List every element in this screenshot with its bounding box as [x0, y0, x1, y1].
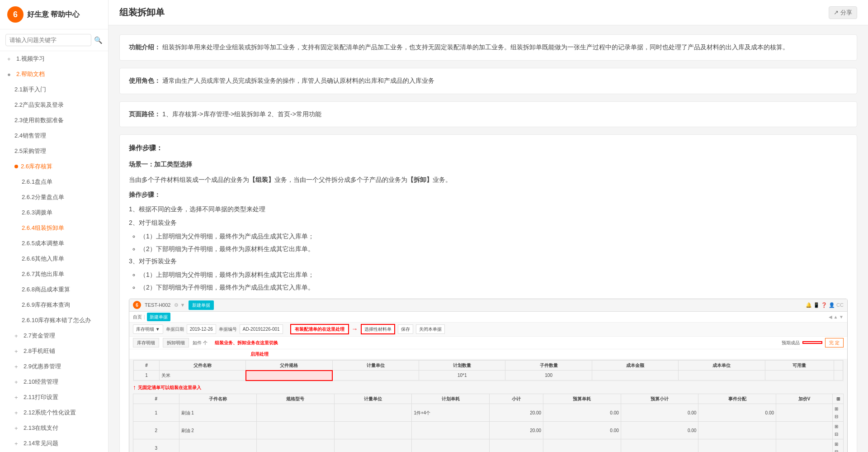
- mock-nav-sep: |: [144, 313, 145, 321]
- col-sub-qty: 子件数量: [505, 360, 592, 371]
- cell2-sub-2: 20.00: [490, 422, 543, 439]
- sidebar-item-2-13[interactable]: + 2.13在线支付: [0, 420, 108, 436]
- main-area: 组装拆卸单 ↗ 分享 功能介绍： 组装拆卸单用来处理企业组装或拆卸等加工业务，支…: [108, 0, 868, 452]
- cell-action: [834, 371, 843, 381]
- cell2-markup-3: [776, 439, 833, 452]
- sidebar-item-2-6-10[interactable]: 2.6.10库存账本错了怎么办: [0, 313, 108, 328]
- mock-finish-input: [802, 341, 822, 344]
- cell2-name-3: [179, 439, 257, 452]
- mock-tabs: 库存明细: [133, 338, 159, 347]
- mock-nav-home: 自页: [133, 313, 142, 321]
- sidebar-item-label: 2.11打印设置: [24, 393, 58, 401]
- mock-num-value: AD-20191226-001: [240, 324, 283, 334]
- sidebar-item-label: 2.3使用前数据准备: [14, 116, 64, 124]
- sidebar-item-2-6-5[interactable]: 2.6.5成本调整单: [0, 236, 108, 251]
- cell2-action-3: ⊞ ⊟: [833, 439, 844, 452]
- cell2-assign-3: [698, 439, 776, 452]
- plus-icon: +: [14, 363, 21, 370]
- cell2-budget: 0.00: [543, 404, 621, 422]
- sidebar-item-label: 2.14常见问题: [24, 439, 58, 447]
- table-row: 3 ⊞ ⊟: [133, 439, 844, 452]
- share-button[interactable]: ↗ 分享: [829, 6, 857, 19]
- sidebar-item-2-12[interactable]: + 2.12系统个性化设置: [0, 405, 108, 420]
- cell2-unit: [334, 404, 412, 422]
- sidebar-item-2-6-7[interactable]: 2.6.7其他出库单: [0, 266, 108, 282]
- sidebar-item-2-6-2[interactable]: 2.6.2分量盘点单: [0, 190, 108, 205]
- arrow-right-icon: →: [352, 324, 358, 335]
- sidebar-item-2-6-3[interactable]: 2.6.3调拨单: [0, 205, 108, 220]
- sidebar-item-label: 2.6.5成本调整单: [22, 239, 64, 247]
- plus-icon: +: [14, 394, 21, 401]
- nav-section: + 1.视频学习 ● 2.帮助文档 2.1新手入门 2.2产品安装及登录 2.3…: [0, 51, 108, 452]
- col-name: 父件名称: [159, 360, 245, 371]
- sidebar-item-2-6-4[interactable]: 2.6.4组装拆卸单: [0, 220, 108, 236]
- col2-num: #: [133, 394, 179, 404]
- sidebar-item-2-14[interactable]: + 2.14常见问题: [0, 436, 108, 451]
- plus-icon: +: [14, 348, 21, 355]
- col-plan: 计划数量: [419, 360, 505, 371]
- col2-plan: 计划单耗: [412, 394, 490, 404]
- col2-budget: 预算单耗: [543, 394, 621, 404]
- col2-sub: 小计: [490, 394, 543, 404]
- search-input[interactable]: [5, 34, 91, 46]
- step-3: 3、对于拆装业务: [129, 256, 848, 267]
- sidebar-item-docs[interactable]: ● 2.帮助文档: [0, 67, 108, 82]
- mock-tab-new: 新建单据: [189, 300, 214, 310]
- cell-name: 关米: [159, 371, 245, 381]
- search-icon[interactable]: 🔍: [94, 36, 103, 44]
- sidebar-item-2-9[interactable]: + 2.9优惠券管理: [0, 359, 108, 374]
- sidebar-item-label: 2.12系统个性化设置: [24, 409, 76, 417]
- cell2-b-sub-3: [621, 439, 698, 452]
- cell2-markup: [776, 404, 833, 422]
- topbar: 组装拆卸单 ↗ 分享: [108, 0, 868, 25]
- annotation-switch: 组装业务、拆卸业务在这里切换: [215, 340, 278, 345]
- sidebar-item-2-4[interactable]: 2.4销售管理: [0, 128, 108, 143]
- sidebar-item-2-7[interactable]: + 2.7资金管理: [0, 328, 108, 343]
- col2-spec: 规格型号: [257, 394, 335, 404]
- cell-cost-unit: [679, 371, 765, 381]
- sidebar-item-2-6-1[interactable]: 2.6.1盘点单: [0, 174, 108, 190]
- cell2-assign: 0.00: [698, 404, 776, 422]
- col-spec: 父件规格: [246, 360, 332, 371]
- mock-save-btn: 保存: [398, 324, 413, 334]
- sidebar-item-2-6[interactable]: 2.6库存核算: [0, 159, 108, 174]
- sidebar-item-2-10[interactable]: + 2.10经营管理: [0, 374, 108, 390]
- cell2-budget-2: 0.00: [543, 422, 621, 439]
- mock-confirm-btn: 完 定: [825, 338, 844, 347]
- sidebar-item-label: 1.视频学习: [16, 55, 45, 63]
- cell2-name: 刷油 1: [179, 404, 257, 422]
- cell2-num-3: 3: [133, 439, 179, 452]
- role-text: 通常由生产人员或库管人员完成拆装业务的操作，库管人员确认原材料的出库和产成品的入…: [162, 77, 434, 84]
- step-3-2: （2）下部明细为子件明细，最终作为产成品生成其它入库单。: [140, 282, 848, 293]
- scene-title: 场景一：加工类型选择: [129, 161, 192, 168]
- cell-cost-amt: [592, 371, 678, 381]
- sidebar-item-2-6-6[interactable]: 2.6.6其他入库单: [0, 251, 108, 266]
- annotation-footer-area: ↑ 无固定清单可以组装在这里录入: [133, 382, 844, 393]
- mock-child-table-container: ↑ 无固定清单可以组装在这里录入 # 子件名称 规格型号 计量单位 计划单耗: [133, 382, 844, 452]
- sidebar-item-2-2[interactable]: 2.2产品安装及登录: [0, 97, 108, 113]
- cell-plan: 10*1: [419, 371, 505, 381]
- sidebar-item-2-1[interactable]: 2.1新手入门: [0, 82, 108, 97]
- mock-setting-icons: ⚙ ▼: [174, 301, 185, 309]
- sidebar-item-2-11[interactable]: + 2.11打印设置: [0, 390, 108, 405]
- sidebar-item-video[interactable]: + 1.视频学习: [0, 51, 108, 67]
- sidebar-item-2-8[interactable]: + 2.8手机旺铺: [0, 343, 108, 359]
- step-2-1: （1）上部明细为父件明细，最终作为产成品生成其它入库单；: [140, 231, 848, 242]
- sidebar-item-label: 2.6库存核算: [21, 162, 52, 171]
- table-row: 1 关米 10*1 100: [134, 371, 843, 381]
- cell2-spec-3: [257, 439, 335, 452]
- intro-text: 组装拆卸单用来处理企业组装或拆卸等加工业务，支持有固定装配清单的产品加工业务，也…: [162, 43, 789, 51]
- cell2-b-sub: 0.00: [621, 404, 698, 422]
- cell2-sub-3: [490, 439, 543, 452]
- mock-parent-table: # 父件名称 父件规格 计量单位 计划数量 子件数量 成本金额 成本单位 可用量: [133, 360, 843, 381]
- step-list: 1、根据不同的业务，选择不同单据的类型来处理 2、对于组装业务 （1）上部明细为…: [129, 204, 848, 293]
- cell2-spec: [257, 404, 335, 422]
- step-1: 1、根据不同的业务，选择不同单据的类型来处理: [129, 204, 848, 215]
- cell2-action: ⊞ ⊟: [833, 404, 844, 422]
- col-cost-amt: 成本金额: [592, 360, 678, 371]
- sidebar-item-2-6-8[interactable]: 2.6.8商品成本重算: [0, 282, 108, 297]
- step-2: 2、对于组装业务: [129, 218, 848, 228]
- sidebar-item-2-3[interactable]: 2.3使用前数据准备: [0, 113, 108, 128]
- sidebar-item-2-6-9[interactable]: 2.6.9库存账本查询: [0, 297, 108, 313]
- sidebar-item-2-5[interactable]: 2.5采购管理: [0, 143, 108, 159]
